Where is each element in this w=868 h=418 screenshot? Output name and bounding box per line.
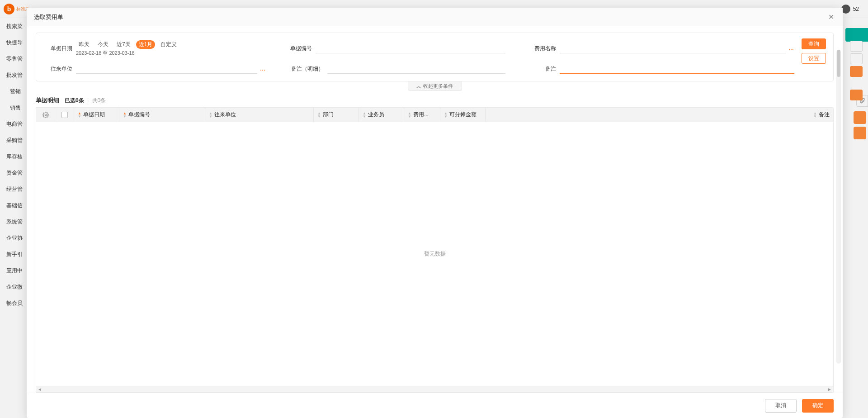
gear-icon [42,112,49,118]
date-opt-7d[interactable]: 近7天 [114,40,133,49]
select-all-cell[interactable] [55,108,74,122]
query-button[interactable]: 查询 [802,38,826,49]
filter-label: 单据日期 [43,45,72,52]
close-icon[interactable]: ✕ [826,13,835,22]
scroll-thumb[interactable] [837,50,840,77]
scroll-left-icon[interactable]: ◄ [37,387,42,391]
confirm-button[interactable]: 确定 [802,399,834,413]
select-fee-modal: 选取费用单 ✕ 单据日期 昨天 今天 近7天 近1月 自定义 [27,8,843,418]
col-allocatable-amount[interactable]: ▲▼ 可分摊金额 [440,108,486,122]
partner-picker-icon[interactable]: … [260,66,266,72]
date-opt-1m[interactable]: 近1月 [136,40,156,49]
results-table: ▲▼ 单据日期 ▲▼ 单据编号 ▲▼ 往来单位 ▲▼ 部门 ▲▼ 业务员 [36,107,834,393]
col-doc-no[interactable]: ▲▼ 单据编号 [119,108,205,122]
remark-detail-input[interactable] [327,64,505,74]
select-all-checkbox[interactable] [61,112,68,118]
chevron-up-icon: ︽ [416,83,421,90]
settings-button[interactable]: 设置 [802,53,826,64]
selection-stats: 已选0条 | 共0条 [65,97,106,104]
date-range-text: 2023-02-18 至 2023-03-18 [76,50,179,57]
scroll-right-icon[interactable]: ► [827,387,832,391]
modal-header: 选取费用单 ✕ [27,8,843,26]
partner-input[interactable] [76,64,257,74]
filter-remark-detail: 备注（明细） [283,64,527,74]
filter-label: 备注 [527,65,556,73]
collapse-label: 收起更多条件 [423,83,453,90]
modal-body: 单据日期 昨天 今天 近7天 近1月 自定义 2023-02-18 至 2023… [27,26,843,393]
fee-name-picker-icon[interactable]: … [788,45,794,52]
col-remark[interactable]: ▲▼ 备注 [486,108,833,122]
filter-doc-no: 单据编号 [283,40,527,57]
horizontal-scrollbar[interactable]: ◄ ► [36,386,833,392]
fee-name-input[interactable] [560,43,786,53]
doc-no-input[interactable] [316,43,505,53]
collapse-filters-button[interactable]: ︽ 收起更多条件 [408,81,462,91]
filter-doc-date: 单据日期 昨天 今天 近7天 近1月 自定义 2023-02-18 至 2023… [43,40,283,57]
date-opt-yesterday[interactable]: 昨天 [76,40,92,49]
col-salesperson[interactable]: ▲▼ 业务员 [359,108,404,122]
filter-panel: 单据日期 昨天 今天 近7天 近1月 自定义 2023-02-18 至 2023… [36,33,834,81]
cancel-button[interactable]: 取消 [765,399,797,413]
col-doc-date[interactable]: ▲▼ 单据日期 [74,108,119,122]
svg-point-0 [45,114,47,116]
filter-label: 往来单位 [43,65,72,73]
filter-label: 费用名称 [527,45,556,52]
modal-title: 选取费用单 [34,13,63,21]
column-config-button[interactable] [36,108,55,122]
filter-actions: 查询 设置 [802,38,826,64]
vertical-scrollbar[interactable] [836,50,841,364]
filter-partner: 往来单位 … [43,64,283,74]
col-dept[interactable]: ▲▼ 部门 [314,108,359,122]
date-quick-options: 昨天 今天 近7天 近1月 自定义 [76,40,179,49]
section-title: 单据明细 [36,96,59,104]
date-opt-today[interactable]: 今天 [95,40,111,49]
filter-remark: 备注 [527,64,826,74]
modal-footer: 取消 确定 [27,393,843,418]
filter-label: 单据编号 [283,45,312,52]
col-partner[interactable]: ▲▼ 往来单位 [205,108,314,122]
table-header: ▲▼ 单据日期 ▲▼ 单据编号 ▲▼ 往来单位 ▲▼ 部门 ▲▼ 业务员 [36,108,833,122]
table-empty-state: 暂无数据 [36,122,833,386]
section-header: 单据明细 已选0条 | 共0条 [36,96,834,104]
remark-input[interactable] [560,64,794,74]
filter-fee-name: 费用名称 … [527,40,826,57]
col-fee[interactable]: ▲▼ 费用... [404,108,440,122]
date-opt-custom[interactable]: 自定义 [158,40,179,49]
filter-label: 备注（明细） [283,65,324,73]
